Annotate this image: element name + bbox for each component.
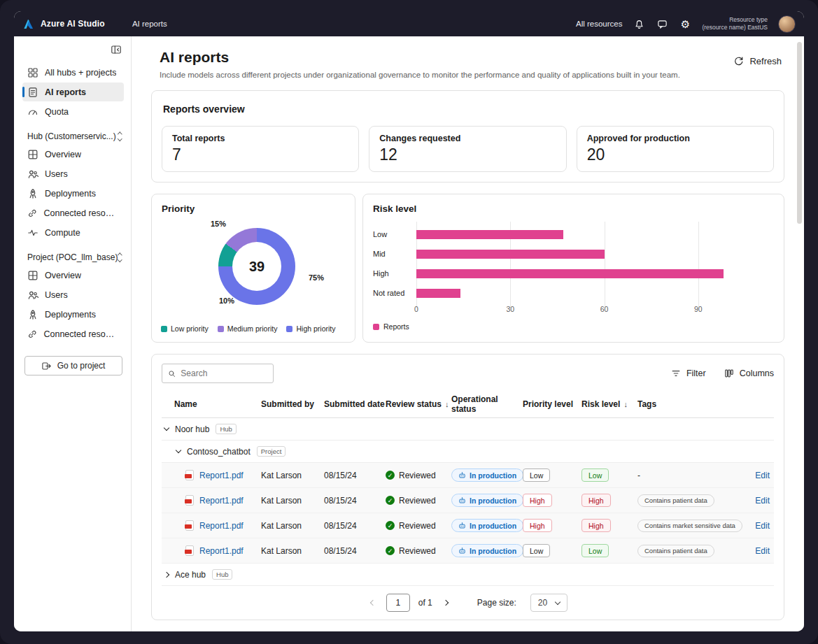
column-header-submitted-date[interactable]: Submitted date: [324, 399, 386, 409]
column-header-operational-status[interactable]: Operational status: [451, 394, 523, 414]
table-row[interactable]: Report1.pdf Kat Larson 08/15/24 ✓Reviewe…: [162, 463, 774, 488]
settings-button[interactable]: ⚙: [679, 17, 691, 30]
sidebar-item-label: Overview: [45, 271, 81, 280]
filter-button[interactable]: Filter: [671, 368, 706, 378]
review-status: Reviewed: [399, 521, 436, 531]
group-row-ace-hub[interactable]: Ace hub Hub: [162, 564, 774, 586]
sort-descending-icon: ↓: [623, 400, 628, 408]
production-icon: [458, 496, 466, 504]
stat-label: Approved for production: [587, 134, 763, 143]
search-icon: [168, 369, 176, 378]
sidebar-item-hub-connected[interactable]: Connected resources: [22, 203, 124, 222]
sidebar-item-hub-deployments[interactable]: Deployments: [22, 184, 124, 203]
table-row[interactable]: Report1.pdf Kat Larson 08/15/24 ✓Reviewe…: [162, 538, 774, 564]
stat-value: 20: [587, 145, 763, 164]
chevron-down-icon: [164, 425, 169, 431]
collapse-panel-icon: [111, 44, 122, 55]
sidebar-item-project-users[interactable]: Users: [22, 285, 124, 304]
collapse-sidebar-button[interactable]: [108, 42, 124, 57]
report-link[interactable]: Report1.pdf: [199, 471, 244, 480]
feedback-button[interactable]: [656, 17, 668, 30]
sidebar-item-all-hubs[interactable]: All hubs + projects: [22, 63, 124, 82]
column-header-name[interactable]: Name: [162, 399, 261, 409]
edit-link[interactable]: Edit: [755, 471, 770, 480]
prev-page-button[interactable]: [368, 598, 378, 608]
notifications-button[interactable]: [633, 17, 645, 30]
avatar[interactable]: [778, 15, 796, 33]
sidebar-item-project-deployments[interactable]: Deployments: [22, 305, 124, 324]
sidebar: All hubs + projects AI reports Quota Hub…: [14, 36, 132, 631]
window-frame: Azure AI Studio AI reports All resources…: [0, 0, 818, 644]
go-to-project-label: Go to project: [57, 361, 106, 371]
gauge-icon: [27, 106, 38, 117]
production-status-badge: In production: [451, 494, 523, 507]
columns-button[interactable]: Columns: [724, 368, 774, 378]
group-row-contoso-chatbot[interactable]: Contoso_chatbot Project: [162, 441, 774, 463]
sidebar-item-quota[interactable]: Quota: [22, 102, 124, 121]
column-header-submitted-by[interactable]: Submitted by: [261, 399, 324, 409]
production-icon: [458, 471, 466, 479]
scrollbar-thumb[interactable]: [797, 42, 802, 224]
sidebar-item-label: Users: [45, 290, 68, 300]
column-header-review-status[interactable]: Review status↓: [386, 399, 451, 409]
next-page-button[interactable]: [441, 598, 451, 608]
priority-badge: Low: [523, 544, 550, 557]
report-link[interactable]: Report1.pdf: [199, 546, 244, 556]
edit-link[interactable]: Edit: [755, 521, 770, 531]
chevron-updown-icon[interactable]: [118, 254, 122, 261]
app-title: Azure AI Studio: [41, 19, 105, 29]
legend-label: High priority: [296, 324, 335, 333]
production-status-badge: In production: [451, 519, 523, 532]
reports-overview-card: Reports overview Total reports 7 Changes…: [151, 90, 784, 183]
report-link[interactable]: Report1.pdf: [199, 496, 244, 506]
sidebar-item-hub-users[interactable]: Users: [22, 164, 124, 183]
refresh-label: Refresh: [749, 56, 782, 66]
risk-badge: High: [581, 519, 611, 532]
priority-badge: High: [523, 494, 552, 507]
go-to-project-button[interactable]: Go to project: [24, 356, 122, 375]
chevron-updown-icon[interactable]: [118, 133, 122, 140]
legend-item: High priority: [286, 324, 335, 333]
pdf-icon: [185, 545, 194, 556]
columns-icon: [724, 368, 734, 378]
risk-rows: LowMidHighNot rated: [373, 224, 774, 303]
priority-badge: High: [523, 519, 552, 532]
sidebar-item-project-overview[interactable]: Overview: [22, 266, 124, 285]
edit-link[interactable]: Edit: [755, 496, 770, 506]
group-label: Noor hub: [175, 424, 209, 434]
reviewed-check-icon: ✓: [386, 496, 395, 505]
sidebar-item-ai-reports[interactable]: AI reports: [22, 83, 124, 101]
gear-icon: ⚙: [681, 19, 690, 29]
legend-item: Medium priority: [218, 324, 278, 333]
chevron-down-icon: [176, 448, 181, 453]
sidebar-item-hub-compute[interactable]: Compute: [22, 223, 124, 242]
risk-ticks: 0306090: [416, 305, 745, 315]
page-number-input[interactable]: 1: [386, 594, 410, 612]
priority-legend: Low priority Medium priority High priori…: [161, 324, 336, 333]
page-size-select[interactable]: 20: [530, 594, 567, 612]
sort-descending-icon: ↓: [445, 400, 449, 408]
table-row[interactable]: Report1.pdf Kat Larson 08/15/24 ✓Reviewe…: [162, 488, 774, 513]
sidebar-item-project-connected[interactable]: Connected resources: [22, 324, 124, 343]
submitted-date: 08/15/24: [324, 471, 386, 480]
report-link[interactable]: Report1.pdf: [199, 521, 244, 531]
grid-icon: [27, 67, 38, 78]
column-header-risk-level[interactable]: Risk level↓: [581, 399, 637, 409]
reports-table-card: Filter Columns Name Submitted by Submitt: [151, 354, 784, 620]
sidebar-item-label: Deployments: [45, 310, 96, 320]
risk-legend: Reports: [373, 322, 774, 331]
page-title: AI reports: [160, 49, 229, 66]
risk-bar: [416, 230, 563, 239]
chevron-down-icon: [555, 599, 560, 604]
column-header-priority-level[interactable]: Priority level: [523, 399, 581, 409]
sidebar-item-hub-overview[interactable]: Overview: [22, 145, 124, 164]
table-row[interactable]: Report1.pdf Kat Larson 08/15/24 ✓Reviewe…: [162, 513, 774, 538]
pdf-icon: [185, 520, 194, 531]
all-resources-button[interactable]: All resources: [576, 20, 622, 28]
risk-bar: [416, 289, 460, 298]
column-header-tags[interactable]: Tags: [637, 399, 743, 409]
refresh-button[interactable]: Refresh: [733, 56, 782, 66]
group-row-noor-hub[interactable]: Noor hub Hub: [162, 418, 774, 441]
search-input[interactable]: [181, 368, 267, 378]
edit-link[interactable]: Edit: [755, 546, 770, 556]
